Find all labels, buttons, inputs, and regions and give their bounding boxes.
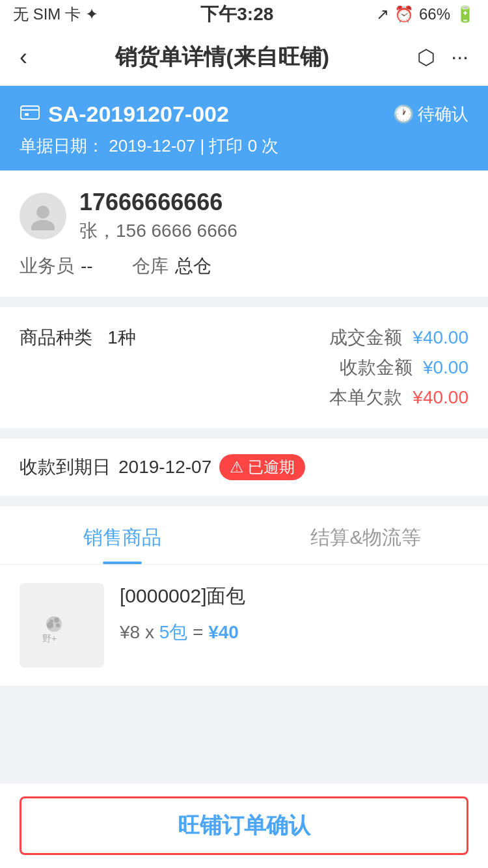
- svg-point-6: [54, 617, 59, 623]
- order-header: SA-20191207-002 🕐 待确认 单据日期： 2019-12-07 |…: [0, 86, 488, 170]
- warehouse-field: 仓库 总仓: [132, 254, 211, 278]
- order-date-line: 单据日期： 2019-12-07 | 打印 0 次: [20, 135, 468, 157]
- overdue-badge: ⚠ 已逾期: [219, 454, 305, 480]
- owed-amount-value: ¥40.00: [413, 387, 468, 408]
- customer-phone: 17666666666: [79, 189, 237, 216]
- product-item: 野+ [0000002]面包 ¥8 x 5包 = ¥40: [0, 565, 488, 686]
- status-bar: 无 SIM 卡 ✦ 下午3:28 ↗ ⏰ 66% 🔋: [0, 0, 488, 29]
- owed-amount-row: 本单欠款 ¥40.00: [329, 385, 468, 410]
- order-status: 🕐 待确认: [393, 103, 468, 126]
- status-time: 下午3:28: [200, 2, 273, 27]
- due-date-label: 收款到期日: [20, 455, 111, 480]
- warning-icon: ⚠: [230, 458, 244, 476]
- page-title: 销货单详情(来自旺铺): [115, 42, 329, 72]
- svg-point-7: [47, 622, 53, 629]
- product-thumbnail: 野+: [20, 583, 104, 668]
- bottom-bar: 旺铺订单确认: [0, 783, 488, 868]
- nav-bar: ‹ 销货单详情(来自旺铺) ⬡ ···: [0, 29, 488, 86]
- deal-amount-label: 成交金额: [329, 325, 402, 350]
- due-date-section: 收款到期日 2019-12-07 ⚠ 已逾期: [0, 439, 488, 496]
- product-total: ¥40: [208, 622, 239, 642]
- tab-sales-products[interactable]: 销售商品: [0, 506, 244, 564]
- svg-point-2: [36, 206, 49, 219]
- warehouse-value: 总仓: [175, 254, 211, 278]
- tabs-section: 销售商品 结算&物流等 野+ [0000002]面包 ¥8 x 5包 = ¥40: [0, 506, 488, 686]
- status-left: 无 SIM 卡 ✦: [13, 4, 98, 25]
- svg-text:野+: 野+: [42, 633, 57, 644]
- customer-section: 17666666666 张，156 6666 6666 业务员 -- 仓库 总仓: [0, 170, 488, 297]
- paid-amount-value: ¥0.00: [423, 357, 468, 378]
- product-price-line: ¥8 x 5包 = ¥40: [120, 620, 468, 645]
- order-type-icon: [20, 102, 40, 127]
- svg-rect-0: [21, 106, 39, 119]
- customer-meta: 业务员 -- 仓库 总仓: [20, 254, 468, 278]
- status-right: ↗ ⏰ 66% 🔋: [376, 5, 475, 23]
- product-qty: 5包: [159, 622, 188, 642]
- product-details: [0000002]面包 ¥8 x 5包 = ¥40: [120, 583, 468, 645]
- clock-icon: 🕐: [393, 104, 414, 124]
- battery-icon: 🔋: [455, 5, 475, 23]
- svg-point-8: [56, 623, 60, 627]
- share-icon[interactable]: ⬡: [417, 45, 435, 70]
- customer-info: 17666666666 张，156 6666 6666: [79, 189, 237, 243]
- owed-amount-label: 本单欠款: [329, 385, 402, 410]
- deal-amount-value: ¥40.00: [413, 327, 468, 348]
- product-type-label: 商品种类: [20, 327, 92, 347]
- confirm-button[interactable]: 旺铺订单确认: [20, 796, 468, 855]
- equals-sign: =: [187, 622, 208, 642]
- order-id: SA-20191207-002: [20, 102, 229, 127]
- overdue-text: 已逾期: [248, 457, 295, 478]
- paid-amount-label: 收款金额: [340, 355, 413, 380]
- salesperson-value: --: [81, 256, 93, 277]
- battery-text: 66%: [419, 5, 450, 23]
- no-sim-text: 无 SIM 卡 ✦: [13, 4, 98, 25]
- alarm-icon: ⏰: [394, 5, 414, 23]
- customer-top: 17666666666 张，156 6666 6666: [20, 189, 468, 243]
- warehouse-label: 仓库: [132, 254, 169, 278]
- product-type-field: 商品种类 1种: [20, 325, 136, 350]
- tabs-header: 销售商品 结算&物流等: [0, 506, 488, 565]
- salesperson-field: 业务员 --: [20, 254, 93, 278]
- product-type-value: 1种: [107, 327, 136, 347]
- more-icon[interactable]: ···: [451, 45, 468, 69]
- order-header-top: SA-20191207-002 🕐 待确认: [20, 102, 468, 127]
- salesperson-label: 业务员: [20, 254, 74, 278]
- summary-section: 商品种类 1种 成交金额 ¥40.00 收款金额 ¥0.00 本单欠款 ¥40.…: [0, 307, 488, 428]
- back-button[interactable]: ‹: [20, 44, 27, 71]
- tab-settlement[interactable]: 结算&物流等: [244, 506, 488, 564]
- product-name: [0000002]面包: [120, 583, 468, 610]
- avatar: [20, 193, 66, 239]
- svg-rect-1: [25, 113, 29, 116]
- unit-price: ¥8 x: [120, 622, 159, 642]
- paid-amount-row: 收款金额 ¥0.00: [340, 355, 468, 380]
- svg-point-3: [31, 220, 55, 230]
- nav-actions: ⬡ ···: [417, 45, 468, 70]
- customer-name: 张，156 6666 6666: [79, 219, 237, 243]
- deal-amount-row: 成交金额 ¥40.00: [329, 325, 468, 350]
- amounts-section: 成交金额 ¥40.00 收款金额 ¥0.00 本单欠款 ¥40.00: [329, 325, 468, 410]
- due-date-value: 2019-12-07: [118, 457, 211, 478]
- location-icon: ↗: [376, 5, 389, 23]
